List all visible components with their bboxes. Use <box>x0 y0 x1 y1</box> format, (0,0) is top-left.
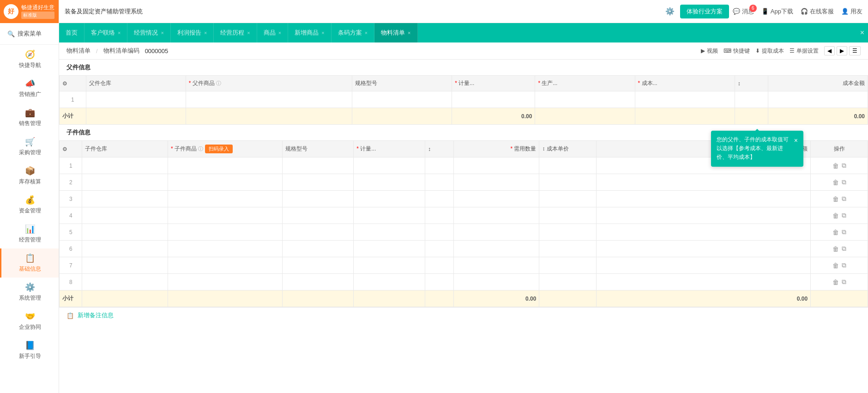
sidebar-item-inventory[interactable]: 📦 库存核算 <box>0 161 59 190</box>
child-row-8-unit-cost[interactable] <box>539 274 597 290</box>
sidebar-item-quick-nav[interactable]: 🧭 快捷导航 <box>0 45 59 74</box>
child-row-7-warehouse[interactable] <box>82 257 168 274</box>
child-row-1-copy-icon[interactable]: ⧉ <box>842 162 846 169</box>
child-row-2-unit[interactable] <box>354 174 425 191</box>
child-row-5-qty[interactable] <box>453 224 539 241</box>
tab-goods-close[interactable]: × <box>278 30 281 36</box>
child-row-5-unit[interactable] <box>354 224 425 241</box>
child-row-6-warehouse[interactable] <box>82 241 168 257</box>
sidebar-item-operations[interactable]: 📊 经营管理 <box>0 219 59 248</box>
parent-row-1-production[interactable] <box>535 91 635 108</box>
tooltip-close-button[interactable]: × <box>794 135 798 145</box>
child-row-4-delete-icon[interactable]: 🗑 <box>832 212 839 219</box>
tab-home[interactable]: 首页 <box>59 23 84 42</box>
tab-new-goods[interactable]: 新增商品 × <box>288 23 331 42</box>
tab-barcode[interactable]: 条码方案 × <box>332 23 374 42</box>
child-row-2-copy-icon[interactable]: ⧉ <box>842 178 846 186</box>
sidebar-item-basic-info[interactable]: 📋 基础信息 <box>0 248 59 278</box>
child-row-3-copy-icon[interactable]: ⧉ <box>842 195 846 203</box>
child-row-2-unit-cost[interactable] <box>539 174 597 191</box>
child-row-5-copy-icon[interactable]: ⧉ <box>842 228 846 236</box>
sidebar-item-guide[interactable]: 📘 新手引导 <box>0 336 59 365</box>
child-row-6-goods[interactable] <box>168 241 282 257</box>
child-row-5-delete-icon[interactable]: 🗑 <box>832 229 839 236</box>
child-row-7-unit[interactable] <box>354 257 425 274</box>
tab-history-close[interactable]: × <box>247 30 250 36</box>
child-row-3-unit[interactable] <box>354 191 425 207</box>
user-button[interactable]: 👤 用友 <box>841 7 862 16</box>
tab-profit[interactable]: 利润报告 × <box>171 23 214 42</box>
child-row-8-spec[interactable] <box>282 274 354 290</box>
child-row-7-copy-icon[interactable]: ⧉ <box>842 261 846 269</box>
child-row-7-qty[interactable] <box>453 257 539 274</box>
tab-profit-close[interactable]: × <box>204 30 207 36</box>
child-row-2-spec[interactable] <box>282 174 354 191</box>
child-row-6-delete-icon[interactable]: 🗑 <box>832 245 839 253</box>
child-row-4-copy-icon[interactable]: ⧉ <box>842 212 846 219</box>
parent-goods-info-icon[interactable]: ⓘ <box>216 80 221 86</box>
child-row-1-unit[interactable] <box>354 157 425 174</box>
sidebar-item-marketing[interactable]: 📣 营销推广 <box>0 74 59 103</box>
parent-row-1-spec[interactable] <box>352 91 452 108</box>
child-row-4-goods[interactable] <box>168 207 282 224</box>
child-row-7-unit-cost[interactable] <box>539 257 597 274</box>
child-row-4-warehouse[interactable] <box>82 207 168 224</box>
next-page-button[interactable]: ▶ <box>837 46 847 55</box>
child-row-3-qty[interactable] <box>453 191 539 207</box>
child-row-3-warehouse[interactable] <box>82 191 168 207</box>
child-row-1-warehouse[interactable] <box>82 157 168 174</box>
shortcut-button[interactable]: ⌨ 快捷键 <box>723 47 750 55</box>
child-row-3-unit-cost[interactable] <box>539 191 597 207</box>
child-row-4-unit[interactable] <box>354 207 425 224</box>
child-row-1-spec[interactable] <box>282 157 354 174</box>
search-menu-button[interactable]: 🔍 搜索菜单 <box>4 27 55 41</box>
tab-bom-close[interactable]: × <box>408 30 410 36</box>
child-row-8-delete-icon[interactable]: 🗑 <box>832 278 839 286</box>
tab-customer[interactable]: 客户联络 × <box>84 23 127 42</box>
tab-goods[interactable]: 商品 × <box>257 23 288 42</box>
child-row-6-copy-icon[interactable]: ⧉ <box>842 245 846 253</box>
extract-cost-button[interactable]: ⬇ 提取成本 <box>755 47 784 55</box>
child-row-5-spec[interactable] <box>282 224 354 241</box>
parent-row-1-warehouse[interactable] <box>86 91 186 108</box>
child-row-6-spec[interactable] <box>282 241 354 257</box>
child-row-2-delete-icon[interactable]: 🗑 <box>832 179 839 186</box>
app-download-button[interactable]: 📱 App下载 <box>761 7 793 16</box>
settings-gear-button[interactable]: ⚙️ <box>663 5 676 18</box>
tab-operations-close[interactable]: × <box>161 30 163 36</box>
child-row-8-warehouse[interactable] <box>82 274 168 290</box>
sidebar-item-system[interactable]: ⚙️ 系统管理 <box>0 278 59 307</box>
child-row-8-unit[interactable] <box>354 274 425 290</box>
parent-row-1-goods[interactable] <box>186 91 352 108</box>
add-note-label[interactable]: 新增备注信息 <box>78 311 114 320</box>
child-row-8-goods[interactable] <box>168 274 282 290</box>
sidebar-item-purchase[interactable]: 🛒 采购管理 <box>0 132 59 161</box>
sidebar-item-sales[interactable]: 💼 销售管理 <box>0 103 59 132</box>
tab-history[interactable]: 经营历程 × <box>214 23 257 42</box>
child-row-6-qty[interactable] <box>453 241 539 257</box>
trial-button[interactable]: 体验行业方案 <box>680 5 729 18</box>
tab-customer-close[interactable]: × <box>118 30 121 36</box>
child-row-4-unit-cost[interactable] <box>539 207 597 224</box>
child-row-3-goods[interactable] <box>168 191 282 207</box>
child-row-7-delete-icon[interactable]: 🗑 <box>832 262 839 269</box>
list-view-button[interactable]: ☰ <box>849 46 861 55</box>
sidebar-item-finance[interactable]: 💰 资金管理 <box>0 190 59 219</box>
prev-page-button[interactable]: ◀ <box>824 46 835 55</box>
scan-input-button[interactable]: 扫码录入 <box>205 145 233 153</box>
child-row-6-unit-cost[interactable] <box>539 241 597 257</box>
parent-row-1-cost[interactable] <box>635 91 735 108</box>
breadcrumb-main[interactable]: 物料清单 <box>66 47 90 55</box>
tabs-close-all[interactable]: × <box>856 29 868 37</box>
child-row-1-qty[interactable] <box>453 157 539 174</box>
child-row-1-delete-icon[interactable]: 🗑 <box>832 162 839 169</box>
child-row-3-spec[interactable] <box>282 191 354 207</box>
child-row-6-unit[interactable] <box>354 241 425 257</box>
child-row-2-warehouse[interactable] <box>82 174 168 191</box>
online-service-button[interactable]: 🎧 在线客服 <box>801 7 834 16</box>
child-row-7-goods[interactable] <box>168 257 282 274</box>
child-row-1-goods[interactable] <box>168 157 282 174</box>
child-row-2-goods[interactable] <box>168 174 282 191</box>
child-row-5-goods[interactable] <box>168 224 282 241</box>
tab-bom[interactable]: 物料清单 × <box>374 23 417 42</box>
